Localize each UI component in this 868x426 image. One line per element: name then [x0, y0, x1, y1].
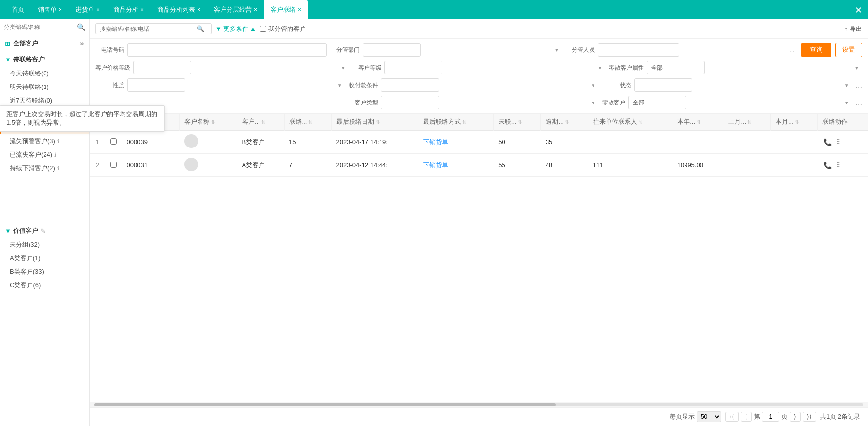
first-page-btn[interactable]: ⟨⟨	[725, 412, 739, 422]
dept-select-wrap: ▼	[363, 43, 562, 57]
nav-close-product-analysis-list[interactable]: ×	[197, 6, 200, 13]
row-code: 000031	[122, 154, 180, 177]
price-grade-select[interactable]	[133, 61, 191, 74]
customer-type-wrap: ▼	[381, 96, 599, 109]
sidebar-item-declining[interactable]: 持续下滑客户(2) ℹ	[0, 162, 89, 175]
sidebar-item-c-class[interactable]: C类客户(6)	[0, 279, 89, 292]
info-icon3[interactable]: ℹ	[54, 152, 56, 158]
col-sort-uncontacted[interactable]: 未联... ⇅	[499, 118, 522, 126]
page-num-input[interactable]	[762, 412, 779, 422]
row-checkbox[interactable]	[110, 162, 117, 168]
settings-btn[interactable]: 设置	[835, 43, 862, 57]
query-btn[interactable]: 查询	[801, 43, 831, 57]
filter-dots-3[interactable]: ...	[856, 81, 862, 89]
col-sort-overdue[interactable]: 逾期... ⇅	[546, 118, 569, 126]
nav-customer-tier[interactable]: 客户分层经营 ×	[207, 0, 264, 19]
filter-retail-attr: 零散客户属性 全部 ▼	[609, 61, 862, 74]
table-scrollbar[interactable]	[90, 402, 868, 407]
search-icon-main: 🔍	[197, 25, 204, 32]
sidebar-item-today[interactable]: 今天待联络(0)	[0, 67, 89, 80]
nav-product-analysis-list[interactable]: 商品分析列表 ×	[151, 0, 207, 19]
sort-icon-this-year: ⇅	[697, 119, 700, 125]
price-grade-label: 客户价格等级	[95, 64, 130, 72]
row-checkbox-cell	[106, 154, 122, 177]
sidebar-item-a-class[interactable]: A类客户(1)	[0, 251, 89, 265]
nav-close-customer-tier[interactable]: ×	[254, 6, 257, 13]
col-sort-grade[interactable]: 客户... ⇅	[242, 118, 265, 126]
nav-close-product-analysis[interactable]: ×	[140, 6, 144, 13]
sidebar-search-input[interactable]	[4, 24, 77, 30]
retail-attr-caret: ▼	[854, 65, 859, 71]
filter-status: 状态 ▼	[602, 78, 852, 92]
action-phone-icon[interactable]: 📞	[823, 162, 832, 169]
nav-close-customer-contact[interactable]: ×	[298, 6, 301, 13]
customer-type-select[interactable]	[381, 96, 439, 109]
sidebar-item-lost[interactable]: 已流失客户(24) ℹ	[0, 148, 89, 162]
last-page-btn[interactable]: ⟩⟩	[803, 412, 816, 422]
sidebar-item-b-class[interactable]: B类客户(33)	[0, 265, 89, 279]
col-sort-contact[interactable]: 联络... ⇅	[289, 118, 313, 126]
sidebar-section-value[interactable]: ▼ 价值客户 ✎	[0, 223, 89, 238]
search-input[interactable]	[100, 26, 197, 32]
col-sort-last-method[interactable]: 最后联络方式 ⇅	[423, 118, 466, 126]
per-page-select[interactable]: 50100	[697, 411, 721, 422]
more-conditions-btn[interactable]: ▼ 更多条件 ▲	[215, 25, 256, 33]
person-dots[interactable]: ...	[789, 46, 794, 54]
grade-select[interactable]	[384, 61, 442, 74]
info-icon4[interactable]: ℹ	[57, 165, 59, 172]
table-scrollbar-thumb[interactable]	[94, 403, 556, 406]
person-input[interactable]	[598, 43, 679, 57]
sidebar-collapse-btn[interactable]: »	[80, 39, 84, 48]
payment-select[interactable]	[381, 78, 439, 92]
next-page-btn[interactable]: ⟩	[790, 412, 801, 422]
info-icon2[interactable]: ℹ	[57, 138, 59, 145]
prev-page-btn[interactable]: ⟨	[741, 412, 752, 422]
col-sort-last-month[interactable]: 上月... ⇅	[728, 118, 751, 126]
row-checkbox[interactable]	[110, 138, 117, 145]
col-sort-this-year[interactable]: 本年... ⇅	[677, 118, 700, 126]
phone-input[interactable]	[127, 43, 327, 57]
nav-close-purchase[interactable]: ×	[96, 6, 100, 13]
nav-purchase[interactable]: 进货单 ×	[69, 0, 107, 19]
action-more-icon[interactable]: ⠿	[836, 138, 840, 146]
edit-icon[interactable]: ✎	[40, 227, 46, 235]
filter-gender: 性质 ▼	[95, 78, 345, 92]
my-customers-checkbox[interactable]: 我分管的客户	[260, 25, 306, 33]
gender-select[interactable]	[127, 78, 185, 92]
search-bar: 🔍 ▼ 更多条件 ▲ 我分管的客户 ↑ 导出	[90, 19, 868, 39]
filter-retail: 零散客户 全部 ▼	[602, 96, 852, 109]
nav-customer-contact[interactable]: 客户联络 ×	[264, 0, 308, 19]
export-icon: ↑	[845, 25, 848, 32]
sidebar-item-loss-warning[interactable]: 流失预警客户(3) ℹ	[0, 134, 89, 148]
last-method-link[interactable]: 下销货单	[423, 138, 448, 146]
last-method-link[interactable]: 下销货单	[423, 162, 448, 169]
nav-sales[interactable]: 销售单 ×	[31, 0, 69, 19]
col-sort-this-month[interactable]: 本月... ⇅	[776, 118, 799, 126]
payment-label: 收付款条件	[349, 81, 378, 89]
col-sort-name[interactable]: 客户名称 ⇅	[184, 118, 215, 126]
status-select[interactable]	[634, 78, 692, 92]
my-customers-check[interactable]	[260, 26, 266, 32]
sidebar-item-ungrouped[interactable]: 未分组(32)	[0, 238, 89, 251]
sidebar-search-icon: 🔍	[77, 23, 85, 31]
nav-home[interactable]: 首页	[5, 0, 31, 19]
col-sort-unit-contact[interactable]: 往来单位联系人 ⇅	[593, 118, 642, 126]
per-page-wrap: 每页显示 50100	[670, 411, 721, 422]
retail-select[interactable]: 全部	[628, 96, 686, 109]
retail-attr-select[interactable]: 全部	[647, 61, 705, 74]
sort-icon-grade: ⇅	[261, 119, 265, 125]
row-overdue: 35	[541, 131, 588, 154]
action-more-icon[interactable]: ⠿	[836, 162, 840, 169]
window-close-btn[interactable]: ✕	[855, 5, 862, 15]
col-sort-last-date[interactable]: 最后联络日期 ⇅	[336, 118, 380, 126]
nav-product-analysis[interactable]: 商品分析 ×	[107, 0, 151, 19]
grade-wrap: ▼	[384, 61, 606, 74]
export-btn[interactable]: ↑ 导出	[845, 25, 863, 33]
filter-dots-4[interactable]: ...	[856, 98, 862, 107]
sidebar-item-tomorrow[interactable]: 明天待联络(1)	[0, 80, 89, 94]
sidebar-section-pending[interactable]: ▼ 待联络客户	[0, 52, 89, 67]
sidebar-all-customers[interactable]: ⊞ 全部客户 »	[0, 35, 89, 52]
action-phone-icon[interactable]: 📞	[823, 138, 832, 146]
dept-select[interactable]	[363, 43, 421, 57]
nav-close-sales[interactable]: ×	[59, 6, 62, 13]
